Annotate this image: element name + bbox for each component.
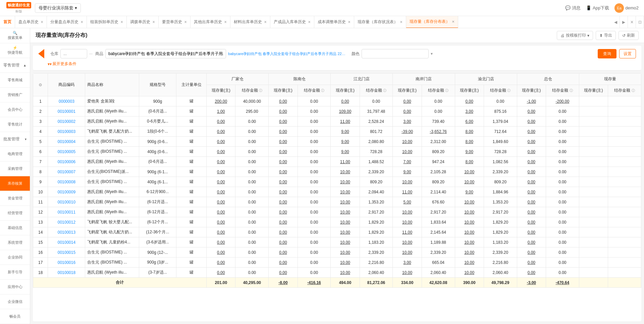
- sidebar-item-appstore[interactable]: 应用中心: [0, 280, 30, 294]
- row-chen-qty[interactable]: 0.00: [269, 96, 298, 106]
- close-icon[interactable]: ✕: [224, 20, 227, 24]
- row-na-qty[interactable]: -39.00: [393, 127, 422, 137]
- close-icon[interactable]: ✕: [452, 20, 454, 24]
- row-na-qty[interactable]: 11.00: [393, 227, 422, 237]
- tab-qitachuku[interactable]: 其他出库单历史 ✕: [191, 16, 230, 28]
- sidebar-item-purchase[interactable]: 采购管理: [0, 161, 30, 176]
- row-chen-qty[interactable]: 0.00: [269, 177, 298, 187]
- tab-chengpinruku[interactable]: 产成品入库单历史 ✕: [270, 16, 314, 28]
- row-jb-qty[interactable]: 10.00: [331, 247, 360, 258]
- sidebar-item-inventory[interactable]: 库存核算: [0, 176, 30, 191]
- row-jb-qty[interactable]: 9.00: [331, 127, 360, 137]
- sidebar-item-member2[interactable]: 畅会员: [0, 309, 30, 324]
- sidebar-item-finance[interactable]: 资金管理: [0, 191, 30, 206]
- row-na-qty[interactable]: 10.00: [393, 177, 422, 187]
- row-yb-qty[interactable]: 8.00: [455, 157, 484, 167]
- sidebar-item-retail-mgmt[interactable]: 零售管理 ▲: [0, 58, 30, 73]
- row-fac-qty[interactable]: 200.00: [207, 96, 235, 106]
- close-icon[interactable]: ✕: [264, 20, 267, 24]
- row-jb-qty[interactable]: 10.00: [331, 167, 360, 177]
- row-chen-qty[interactable]: 0.00: [269, 127, 298, 137]
- sidebar-item-wechat-work[interactable]: 企业微信: [0, 294, 30, 309]
- row-yb-qty[interactable]: 10.00: [455, 227, 484, 237]
- nav-selector[interactable]: 母婴行业演示陈套 ▾: [35, 3, 81, 13]
- setting-btn[interactable]: 设置: [619, 49, 636, 58]
- row-tot-qty[interactable]: 0.00: [517, 268, 546, 278]
- tab-close-all-btn[interactable]: ✕: [628, 16, 636, 28]
- sidebar-item-quick[interactable]: ⚡ 快捷导航: [0, 43, 30, 58]
- close-icon[interactable]: ✕: [184, 20, 187, 24]
- row-jb-qty[interactable]: 11.00: [331, 117, 360, 127]
- row-tot-qty[interactable]: 0.00: [517, 237, 546, 247]
- row-fac-qty[interactable]: 0.00: [207, 197, 235, 207]
- product-input[interactable]: [105, 49, 226, 58]
- row-fac-qty[interactable]: 0.00: [207, 127, 235, 137]
- close-icon[interactable]: ✕: [41, 20, 43, 24]
- row-na-qty[interactable]: 3.00: [393, 258, 422, 268]
- row-chen-qty[interactable]: 0.00: [269, 157, 298, 167]
- export-btn[interactable]: ⬆ 导出: [596, 31, 616, 40]
- row-chen-qty[interactable]: 0.00: [269, 167, 298, 177]
- row-tot-qty[interactable]: -1.00: [517, 96, 546, 106]
- row-fac-qty[interactable]: 0.00: [207, 247, 235, 258]
- row-chen-qty[interactable]: 0.00: [269, 217, 298, 227]
- sidebar-item-system[interactable]: 系统管理: [0, 235, 30, 250]
- tab-diaob[interactable]: 调拨单历史 ✕: [127, 16, 159, 28]
- sidebar-item-member[interactable]: 会员中心: [0, 102, 30, 117]
- row-na-qty[interactable]: 10.00: [393, 217, 422, 227]
- row-tot-qty[interactable]: 0.00: [517, 106, 546, 117]
- row-chen-qty[interactable]: 0.00: [269, 197, 298, 207]
- row-tot-qty[interactable]: 0.00: [517, 247, 546, 258]
- row-tot-qty[interactable]: 0.00: [517, 197, 546, 207]
- expand-more-btn[interactable]: ▾▾ 展开更多条件: [48, 61, 636, 67]
- close-icon[interactable]: ✕: [80, 20, 83, 24]
- tab-expand-btn[interactable]: ⊡: [636, 16, 644, 28]
- row-tot-qty[interactable]: 0.00: [517, 147, 546, 157]
- close-icon[interactable]: ✕: [400, 20, 402, 24]
- row-na-qty[interactable]: 10.00: [393, 247, 422, 258]
- row-jb-qty[interactable]: 10.00: [331, 217, 360, 227]
- sidebar-item-retail-stats[interactable]: 零售统计: [0, 117, 30, 132]
- tab-zuzhuang[interactable]: 组装拆卸单历史 ✕: [87, 16, 127, 28]
- row-jb-qty[interactable]: 10.00: [331, 197, 360, 207]
- row-chen-qty[interactable]: 0.00: [269, 187, 298, 197]
- tab-liaochuku[interactable]: 材料出库单历史 ✕: [230, 16, 270, 28]
- sidebar-item-marketing[interactable]: 营销推广: [0, 88, 30, 102]
- row-tot-qty[interactable]: 0.00: [517, 167, 546, 177]
- row-na-qty[interactable]: 11.00: [393, 187, 422, 197]
- sidebar-item-ecommerce[interactable]: 电商管理: [0, 147, 30, 161]
- row-jb-qty[interactable]: 10.00: [331, 177, 360, 187]
- row-yb-qty[interactable]: 10.00: [455, 258, 484, 268]
- color-input[interactable]: [362, 49, 429, 58]
- row-tot-qty[interactable]: 0.00: [517, 117, 546, 127]
- row-jb-qty[interactable]: 10.00: [331, 237, 360, 247]
- row-jb-qty[interactable]: 9.00: [331, 137, 360, 147]
- row-na-qty[interactable]: 5.00: [393, 197, 422, 207]
- row-yb-qty[interactable]: 3.00: [455, 106, 484, 117]
- tab-prev-btn[interactable]: ◀: [612, 16, 620, 28]
- sidebar-item-wholesale[interactable]: 批发管理 ▾: [0, 132, 30, 147]
- row-chen-qty[interactable]: 0.00: [269, 207, 298, 217]
- row-yb-qty[interactable]: 6.00: [455, 117, 484, 127]
- row-yb-qty[interactable]: 9.00: [455, 147, 484, 157]
- row-tot-qty[interactable]: 0.00: [517, 177, 546, 187]
- tab-home[interactable]: 首页: [0, 16, 15, 28]
- close-icon[interactable]: ✕: [348, 20, 351, 24]
- row-chen-qty[interactable]: 0.00: [269, 117, 298, 127]
- close-icon[interactable]: ✕: [152, 20, 155, 24]
- row-tot-qty[interactable]: 0.00: [517, 187, 546, 197]
- sidebar-item-search[interactable]: 🔍 搜索英单: [0, 28, 30, 43]
- row-fac-qty[interactable]: 0.00: [207, 157, 235, 167]
- row-fac-qty[interactable]: 0.00: [207, 207, 235, 217]
- row-chen-qty[interactable]: 0.00: [269, 247, 298, 258]
- tab-xiancun-fenbupiao[interactable]: 现存量（库存分布表） ✕: [406, 16, 458, 28]
- close-icon[interactable]: ✕: [308, 20, 311, 24]
- sidebar-item-collab[interactable]: 企业协同: [0, 250, 30, 265]
- tab-pandian[interactable]: 盘点单历史 ✕: [15, 16, 47, 28]
- row-na-qty[interactable]: 10.00: [393, 207, 422, 217]
- row-yb-qty[interactable]: 10.00: [455, 197, 484, 207]
- close-icon[interactable]: ✕: [120, 20, 123, 24]
- row-yb-qty[interactable]: 9.00: [455, 187, 484, 197]
- settings-icon[interactable]: ⚙: [39, 83, 42, 87]
- row-yb-qty[interactable]: 8.00: [455, 127, 484, 137]
